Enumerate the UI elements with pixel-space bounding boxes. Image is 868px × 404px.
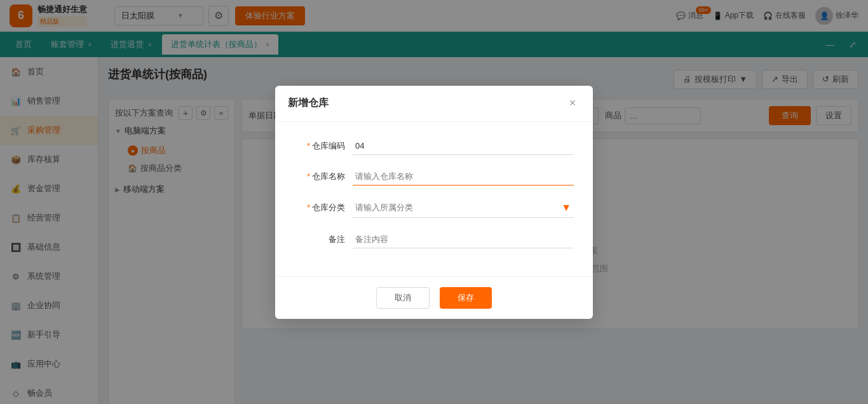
modal-overlay[interactable]: 新增仓库 × 仓库编码 仓库名称 仓库分类 ▼ — [0, 0, 868, 404]
name-input[interactable] — [353, 168, 574, 185]
save-button[interactable]: 保存 — [440, 287, 492, 309]
code-input[interactable] — [353, 137, 574, 155]
form-row-remark: 备注 — [294, 231, 574, 248]
new-warehouse-modal: 新增仓库 × 仓库编码 仓库名称 仓库分类 ▼ — [275, 86, 593, 319]
form-row-category: 仓库分类 ▼ — [294, 198, 574, 218]
category-dropdown-icon[interactable]: ▼ — [561, 202, 571, 213]
category-input[interactable] — [355, 203, 561, 212]
code-label: 仓库编码 — [294, 140, 345, 152]
remark-label: 备注 — [294, 234, 345, 245]
modal-header: 新增仓库 × — [275, 86, 593, 122]
name-label: 仓库名称 — [294, 171, 345, 182]
modal-close-button[interactable]: × — [565, 96, 580, 111]
modal-title: 新增仓库 — [288, 97, 329, 110]
cancel-button[interactable]: 取消 — [376, 287, 430, 309]
modal-body: 仓库编码 仓库名称 仓库分类 ▼ 备注 — [275, 122, 593, 276]
category-label: 仓库分类 — [294, 202, 345, 213]
form-row-code: 仓库编码 — [294, 137, 574, 155]
form-row-name: 仓库名称 — [294, 168, 574, 185]
modal-footer: 取消 保存 — [275, 276, 593, 319]
category-select-wrapper: ▼ — [353, 198, 574, 218]
remark-input[interactable] — [353, 231, 574, 248]
